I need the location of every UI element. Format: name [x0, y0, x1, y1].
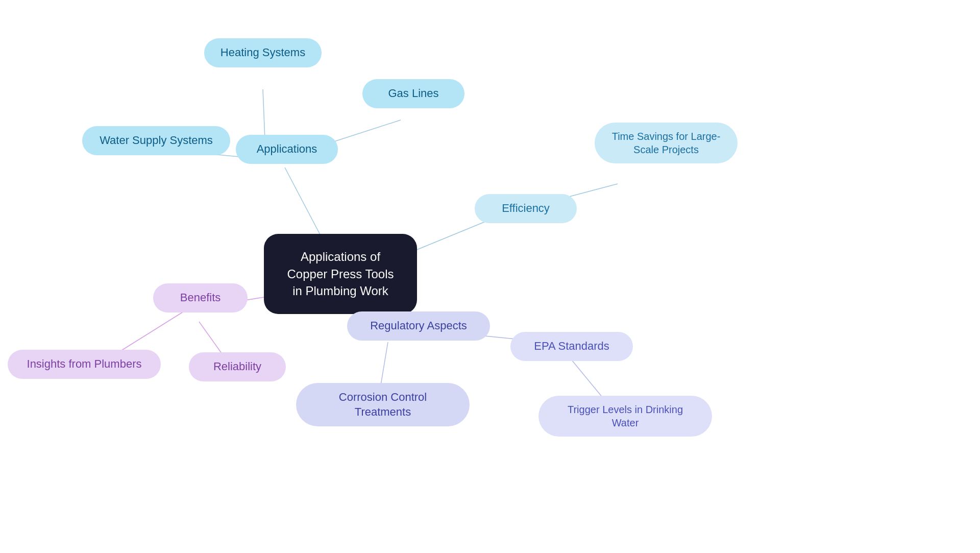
epa-standards-node: EPA Standards [510, 332, 633, 361]
center-node: Applications of Copper Press Tools in Pl… [264, 234, 417, 314]
reliability-node: Reliability [189, 352, 286, 381]
corrosion-control-node: Corrosion Control Treatments [296, 383, 470, 426]
regulatory-aspects-node: Regulatory Aspects [347, 311, 490, 341]
gas-lines-node: Gas Lines [362, 79, 464, 108]
applications-node: Applications [236, 135, 338, 164]
efficiency-node: Efficiency [475, 194, 577, 223]
benefits-node: Benefits [153, 283, 248, 312]
svg-line-10 [380, 342, 388, 388]
trigger-levels-node: Trigger Levels in Drinking Water [538, 396, 712, 437]
time-savings-node: Time Savings for Large-Scale Projects [595, 123, 738, 163]
heating-systems-node: Heating Systems [204, 38, 322, 67]
water-supply-node: Water Supply Systems [82, 126, 230, 155]
insights-node: Insights from Plumbers [8, 350, 161, 379]
